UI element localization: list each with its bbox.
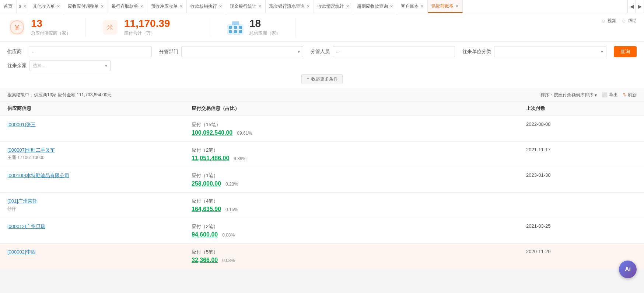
- filter-row-1: 供应商 分管部门 ▾ 分管人员 往来单位分类 ▾ 查询: [7, 46, 637, 57]
- total-suppliers-label: 总供应商（家）: [249, 30, 280, 37]
- sort-select[interactable]: 排序：按应付余额倒序排序 ▾: [540, 92, 597, 98]
- supplier-info-cell: [000100]本特勤油品有限公司: [7, 172, 192, 180]
- svg-text:¥: ¥: [14, 24, 19, 32]
- supplier-link[interactable]: [000002]李四: [7, 249, 192, 255]
- close-icon[interactable]: ✕: [57, 4, 60, 9]
- nav-tab-customer-ledger[interactable]: 客户账本 ✕: [397, 0, 428, 13]
- video-link[interactable]: 视频: [608, 18, 616, 24]
- nav-tab-cash-bank-flow[interactable]: 现金银行流水查询 ✕: [266, 0, 314, 13]
- nav-tab-overdue-ar[interactable]: 超期应收款查询 ✕: [353, 0, 397, 13]
- circle-icon: ⊙: [602, 18, 605, 24]
- svg-rect-7: [229, 26, 232, 29]
- dept-label: 分管部门: [159, 48, 178, 55]
- ap-amount-label: 应付合计（万）: [124, 30, 170, 37]
- nav-tab-home[interactable]: 首页: [0, 0, 17, 13]
- close-icon[interactable]: ✕: [420, 4, 424, 9]
- supplier-input[interactable]: [29, 46, 152, 57]
- last-pay-date: 2021-03-25: [526, 223, 551, 229]
- nav-tab-ar-ap-adjust[interactable]: 应收应付调整单 ✕: [64, 0, 108, 13]
- tx-amount[interactable]: 94,600.00: [192, 231, 218, 238]
- close-icon[interactable]: ✕: [258, 4, 262, 9]
- nav-tab-other-income[interactable]: 其他收入单 ✕: [29, 0, 64, 13]
- tx-amount[interactable]: 11,051,486.00: [192, 155, 229, 162]
- search-button[interactable]: 查询: [614, 46, 637, 57]
- close-icon[interactable]: ✕: [307, 4, 310, 9]
- svg-text:米: 米: [107, 24, 113, 31]
- svg-rect-11: [234, 30, 237, 33]
- close-icon[interactable]: ✕: [219, 4, 222, 9]
- supplier-link[interactable]: [001]广州荣轩: [7, 198, 192, 204]
- ap-suppliers-label: 总应付供应商（家）: [31, 30, 71, 37]
- supplier-link[interactable]: [000007]恒旺二手叉车: [7, 147, 192, 154]
- unit-type-select[interactable]: ▾: [494, 46, 607, 57]
- filter-unit-type: 往来单位分类 ▾: [462, 46, 607, 57]
- supplier-sub: 王通 17106110000: [7, 155, 192, 161]
- top-links: ⊙ 视频 | ⊙ 帮助: [602, 18, 637, 24]
- tx-amount[interactable]: 32,366.00: [192, 257, 218, 263]
- nav-tab-supplier-ledger[interactable]: 供应商账本 ✕: [428, 0, 463, 13]
- close-icon[interactable]: ✕: [101, 4, 104, 9]
- supplier-info-cell: [000001]张三: [7, 121, 192, 129]
- collapse-row: ⌃ 收起更多条件: [7, 74, 637, 84]
- export-button[interactable]: ⬜ 导出: [602, 92, 617, 98]
- sort-label: 排序：按应付余额倒序排序: [540, 92, 594, 98]
- svg-rect-9: [239, 26, 242, 29]
- filter-balance: 往来余额 选择... ▾: [7, 60, 111, 71]
- last-pay-cell: 2021-03-25: [526, 223, 637, 229]
- help-link[interactable]: 帮助: [628, 18, 637, 24]
- nav-tab-bank-deposit[interactable]: 银行存取款单 ✕: [108, 0, 147, 13]
- nav-scroll-right[interactable]: ▶: [636, 0, 644, 13]
- supplier-info-cell: [000007]恒旺二手叉车 王通 17106110000: [7, 147, 192, 161]
- nav-tab-3[interactable]: 3 ✕: [17, 0, 29, 13]
- nav-tab-collection-exec[interactable]: 收款核销执行 ✕: [187, 0, 226, 13]
- collapse-button[interactable]: ⌃ 收起更多条件: [301, 74, 343, 84]
- col-last-pay: 上次付数: [526, 105, 637, 112]
- supplier-link[interactable]: [000012]广州贝瑞: [7, 223, 192, 230]
- chevron-down-icon: ▾: [298, 49, 300, 54]
- nav-tab-collection-stat[interactable]: 收款情况统计 ✕: [314, 0, 353, 13]
- stat-ap-amount: 米 11,170.39 应付合计（万）: [101, 18, 211, 37]
- circle-icon2: ⊙: [622, 18, 626, 24]
- tx-label: 应付（2笔）: [192, 147, 526, 154]
- tx-pct: 0.15%: [225, 207, 238, 212]
- last-pay-date: 2023-01-30: [526, 172, 551, 178]
- nav-tab-cash-bank-stat[interactable]: 现金银行统计 ✕: [226, 0, 266, 13]
- supplier-link[interactable]: [000100]本特勤油品有限公司: [7, 172, 192, 179]
- tx-amount[interactable]: 164,635.90: [192, 206, 221, 213]
- result-summary: 搜索结果中，供应商13家 应付金额 111,703,854.00元: [7, 92, 112, 98]
- dept-select[interactable]: ▾: [181, 46, 304, 57]
- ap-suppliers-number: 13: [31, 18, 71, 30]
- table-row: [000100]本特勤油品有限公司 应付（1笔） 258,000.00 0.23…: [0, 167, 644, 193]
- supplier-sub: 仔仔: [7, 206, 192, 212]
- tx-info-cell: 应付（4笔） 164,635.90 0.15%: [192, 198, 526, 213]
- supplier-link[interactable]: [000001]张三: [7, 121, 192, 128]
- close-icon[interactable]: ✕: [140, 4, 143, 9]
- tx-info-cell: 应付（15笔） 100,092,540.00 89.61%: [192, 121, 526, 136]
- close-icon[interactable]: ✕: [179, 4, 183, 9]
- manager-input[interactable]: [333, 46, 455, 57]
- nav-tab-prepay-ar[interactable]: 预收冲应收单 ✕: [147, 0, 187, 13]
- tx-label: 应付（5笔）: [192, 249, 526, 255]
- tx-pct: 89.61%: [237, 131, 252, 136]
- balance-select[interactable]: 选择... ▾: [29, 60, 111, 71]
- table-row: [001]广州荣轩 仔仔 应付（4笔） 164,635.90 0.15%: [0, 193, 644, 218]
- close-icon[interactable]: ✕: [455, 4, 459, 8]
- last-pay-cell: 2023-01-30: [526, 172, 637, 178]
- ap-suppliers-icon: ¥: [7, 18, 27, 37]
- tx-amount[interactable]: 258,000.00: [192, 180, 221, 187]
- top-navigation: 首页 3 ✕ 其他收入单 ✕ 应收应付调整单 ✕ 银行存取款单 ✕ 预收冲应收单…: [0, 0, 644, 13]
- refresh-button[interactable]: ↻ 刷新: [623, 92, 637, 98]
- last-pay-date: 2020-11-20: [526, 249, 551, 254]
- tx-label: 应付（15笔）: [192, 121, 526, 128]
- tx-info-cell: 应付（2笔） 94,600.00 0.08%: [192, 223, 526, 238]
- table-row: [000007]恒旺二手叉车 王通 17106110000 应付（2笔） 11,…: [0, 142, 644, 167]
- close-icon[interactable]: ✕: [390, 4, 393, 9]
- close-icon[interactable]: ✕: [23, 4, 27, 9]
- nav-scroll-left[interactable]: ◀: [628, 0, 636, 13]
- table-row: [000002]李四 应付（5笔） 32,366.00 0.03% 2020-1…: [0, 244, 644, 269]
- tx-amount[interactable]: 100,092,540.00: [192, 130, 232, 136]
- close-icon[interactable]: ✕: [346, 4, 349, 9]
- col-tx-info: 应付交易信息（占比）: [192, 105, 526, 112]
- manager-label: 分管人员: [311, 48, 330, 55]
- tx-info-cell: 应付（1笔） 258,000.00 0.23%: [192, 172, 526, 187]
